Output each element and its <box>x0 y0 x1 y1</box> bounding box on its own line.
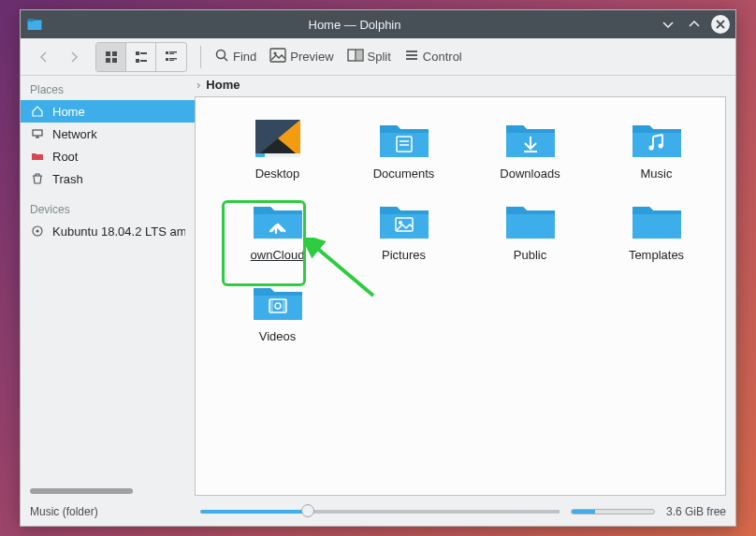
svg-rect-3 <box>112 51 117 56</box>
sidebar-item-device[interactable]: Kubuntu 18.04.2 LTS amd <box>21 220 195 242</box>
sidebar-item-trash[interactable]: Trash <box>21 167 195 190</box>
sidebar-item-home[interactable]: Home <box>21 100 195 123</box>
file-viewport[interactable]: DesktopDocumentsDownloadsMusicownCloudPi… <box>195 96 726 496</box>
svg-rect-8 <box>136 59 139 63</box>
home-icon <box>30 104 45 119</box>
svg-rect-22 <box>356 51 362 60</box>
svg-rect-46 <box>283 299 286 312</box>
disk-free-text: 3.6 GiB free <box>666 505 726 518</box>
sidebar-scrollbar[interactable] <box>30 488 133 494</box>
svg-rect-26 <box>33 130 42 136</box>
close-button[interactable] <box>711 15 730 34</box>
details-view-button[interactable] <box>156 43 186 71</box>
desktop-folder-icon <box>250 116 306 161</box>
file-item-documents[interactable]: Documents <box>341 116 467 181</box>
svg-rect-45 <box>269 299 273 312</box>
split-icon <box>347 48 364 65</box>
svg-point-30 <box>36 230 39 233</box>
file-item-public[interactable]: Public <box>467 197 593 262</box>
svg-rect-9 <box>140 60 147 62</box>
statusbar: Music (folder) 3.6 GiB free <box>21 501 735 526</box>
file-item-label: Documents <box>373 167 435 181</box>
svg-point-40 <box>648 146 653 151</box>
svg-rect-14 <box>169 58 177 60</box>
templates-folder-icon <box>629 197 685 242</box>
app-icon <box>26 16 43 33</box>
sidebar-item-label: Root <box>52 150 78 164</box>
status-text: Music (folder) <box>30 505 189 518</box>
body: Places Home Network Root Trash Devices K… <box>21 76 735 501</box>
window-title: Home — Dolphin <box>51 18 659 32</box>
svg-point-16 <box>217 51 225 59</box>
file-item-templates[interactable]: Templates <box>593 197 720 262</box>
pictures-folder-icon <box>376 197 432 242</box>
svg-rect-6 <box>136 51 139 55</box>
back-button[interactable] <box>30 43 58 71</box>
file-item-label: Desktop <box>255 167 300 181</box>
svg-line-17 <box>225 58 228 62</box>
svg-rect-12 <box>169 53 174 54</box>
view-mode-group <box>95 42 187 72</box>
preview-button[interactable]: Preview <box>264 43 339 71</box>
sidebar-item-root[interactable]: Root <box>21 145 195 167</box>
sidebar-item-label: Kubuntu 18.04.2 LTS amd <box>52 225 185 239</box>
breadcrumb-current[interactable]: Home <box>206 78 240 92</box>
devices-header: Devices <box>21 199 195 220</box>
downloads-folder-icon <box>502 116 559 161</box>
svg-point-19 <box>274 52 277 55</box>
root-folder-icon <box>30 149 45 164</box>
sidebar-item-label: Home <box>52 105 85 119</box>
main-area: › Home DesktopDocumentsDownloadsMusicown… <box>195 76 735 501</box>
videos-folder-icon <box>250 279 306 324</box>
svg-point-43 <box>399 221 402 225</box>
split-button[interactable]: Split <box>342 43 397 71</box>
sidebar: Places Home Network Root Trash Devices K… <box>21 76 195 501</box>
file-item-label: Templates <box>629 248 684 262</box>
documents-folder-icon <box>376 116 432 161</box>
svg-point-41 <box>658 144 662 149</box>
compact-view-button[interactable] <box>126 43 156 71</box>
svg-rect-35 <box>255 153 265 157</box>
svg-rect-11 <box>169 51 177 53</box>
search-icon <box>214 48 229 65</box>
separator <box>200 46 201 68</box>
network-icon <box>30 126 45 141</box>
file-item-owncloud[interactable]: ownCloud <box>214 197 341 262</box>
music-folder-icon <box>629 116 685 161</box>
file-item-music[interactable]: Music <box>593 116 720 181</box>
file-item-label: Downloads <box>500 167 560 181</box>
breadcrumb[interactable]: › Home <box>195 76 735 96</box>
preview-icon <box>269 48 286 65</box>
find-button[interactable]: Find <box>209 43 262 71</box>
disk-usage-bar <box>571 509 655 514</box>
svg-rect-4 <box>106 58 110 63</box>
svg-rect-15 <box>169 60 174 61</box>
trash-icon <box>30 171 45 186</box>
file-item-videos[interactable]: Videos <box>214 279 341 343</box>
minimize-button[interactable] <box>659 15 677 34</box>
icons-view-button[interactable] <box>96 43 126 71</box>
svg-rect-18 <box>270 49 285 62</box>
control-button[interactable]: Control <box>399 43 468 71</box>
sidebar-item-label: Trash <box>52 172 83 186</box>
forward-button[interactable] <box>60 43 88 71</box>
maximize-button[interactable] <box>685 15 704 34</box>
svg-rect-7 <box>140 52 147 54</box>
file-item-label: ownCloud <box>251 248 305 262</box>
svg-rect-5 <box>112 58 117 63</box>
file-item-downloads[interactable]: Downloads <box>467 116 593 181</box>
file-item-desktop[interactable]: Desktop <box>214 116 341 181</box>
svg-rect-2 <box>106 51 110 56</box>
titlebar: Home — Dolphin <box>21 10 735 38</box>
file-item-label: Pictures <box>382 248 426 262</box>
svg-rect-13 <box>166 58 168 61</box>
file-item-pictures[interactable]: Pictures <box>341 197 467 262</box>
file-item-label: Public <box>514 248 546 262</box>
sidebar-item-network[interactable]: Network <box>21 123 195 145</box>
svg-rect-1 <box>28 19 35 22</box>
zoom-slider[interactable] <box>200 504 560 519</box>
chevron-right-icon: › <box>196 78 200 92</box>
places-header: Places <box>21 80 195 100</box>
file-item-label: Music <box>641 167 673 181</box>
file-item-label: Videos <box>259 329 297 343</box>
